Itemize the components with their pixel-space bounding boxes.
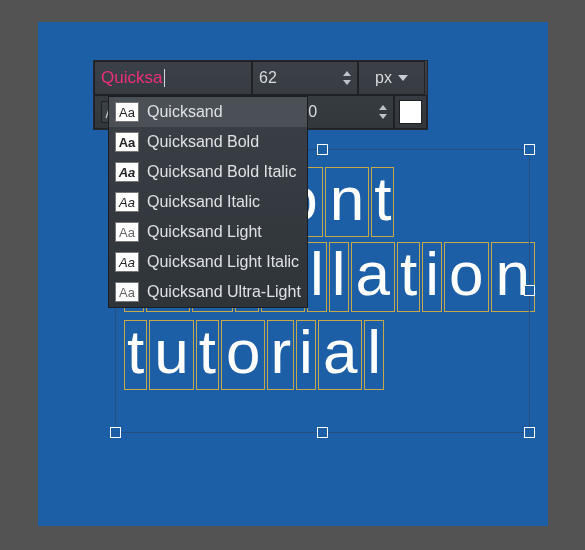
- color-swatch[interactable]: [399, 100, 422, 124]
- unit-select[interactable]: px: [358, 61, 425, 95]
- font-dropdown-item[interactable]: AaQuicksand Italic: [109, 187, 307, 217]
- resize-handle-bot-mid[interactable]: [317, 427, 328, 438]
- font-dropdown-item[interactable]: AaQuicksand: [109, 97, 307, 127]
- resize-handle-mid-right[interactable]: [524, 285, 535, 296]
- font-dropdown-label: Quicksand Italic: [147, 193, 260, 211]
- line-height-spinner[interactable]: [379, 105, 387, 119]
- font-size-input[interactable]: 62: [252, 61, 358, 95]
- font-dropdown-label: Quicksand Bold Italic: [147, 163, 296, 181]
- font-dropdown-item[interactable]: AaQuicksand Ultra-Light: [109, 277, 307, 307]
- font-size-spinner[interactable]: [343, 71, 351, 85]
- font-preview-chip: Aa: [115, 282, 139, 302]
- font-dropdown-item[interactable]: AaQuicksand Light: [109, 217, 307, 247]
- resize-handle-top-right[interactable]: [524, 144, 535, 155]
- font-family-value: Quicksa: [101, 68, 162, 88]
- font-dropdown-item[interactable]: AaQuicksand Bold Italic: [109, 157, 307, 187]
- font-dropdown: AaQuicksandAaQuicksand BoldAaQuicksand B…: [108, 96, 308, 308]
- font-dropdown-label: Quicksand Light: [147, 223, 262, 241]
- font-preview-chip: Aa: [115, 162, 139, 182]
- font-dropdown-item[interactable]: AaQuicksand Light Italic: [109, 247, 307, 277]
- resize-handle-top-mid[interactable]: [317, 144, 328, 155]
- chevron-down-icon[interactable]: [379, 114, 387, 119]
- font-preview-chip: Aa: [115, 192, 139, 212]
- unit-value: px: [375, 69, 392, 87]
- chevron-down-icon[interactable]: [343, 80, 351, 85]
- font-dropdown-label: Quicksand Bold: [147, 133, 259, 151]
- font-dropdown-label: Quicksand Light Italic: [147, 253, 299, 271]
- font-preview-chip: Aa: [115, 132, 139, 152]
- chevron-up-icon[interactable]: [379, 105, 387, 110]
- font-dropdown-item[interactable]: AaQuicksand Bold: [109, 127, 307, 157]
- chevron-down-icon: [398, 75, 408, 81]
- font-dropdown-label: Quicksand Ultra-Light: [147, 283, 301, 301]
- chevron-up-icon[interactable]: [343, 71, 351, 76]
- text-cursor: [164, 69, 165, 87]
- font-preview-chip: Aa: [115, 222, 139, 242]
- text-color-cell[interactable]: [394, 95, 427, 129]
- font-preview-chip: Aa: [115, 102, 139, 122]
- font-size-value: 62: [259, 69, 277, 87]
- font-dropdown-label: Quicksand: [147, 103, 223, 121]
- resize-handle-bot-left[interactable]: [110, 427, 121, 438]
- resize-handle-bot-right[interactable]: [524, 427, 535, 438]
- font-family-input[interactable]: Quicksa: [94, 61, 252, 95]
- font-preview-chip: Aa: [115, 252, 139, 272]
